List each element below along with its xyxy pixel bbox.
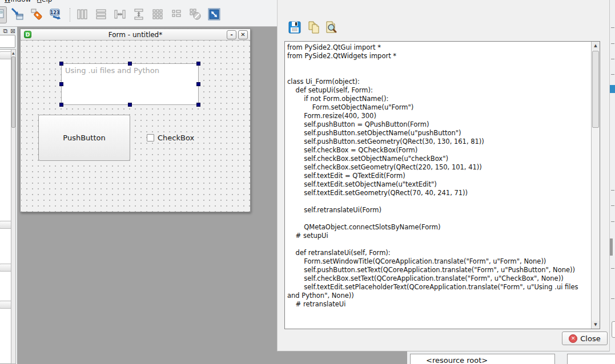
code-line: and Python", None)) xyxy=(287,292,578,300)
checkbox-indicator[interactable] xyxy=(147,134,154,141)
form-canvas[interactable]: Using .ui files and Python PushButton Ch… xyxy=(21,41,250,212)
break-layout-icon xyxy=(188,7,202,23)
panel-scrollbar-thumb[interactable] xyxy=(610,238,613,256)
code-line: def retranslateUi(self, Form): xyxy=(287,249,578,257)
code-line: self.pushButton.setText(QCoreApplication… xyxy=(287,266,578,274)
selection-handle-top-left[interactable] xyxy=(59,62,63,66)
menu-help-underline xyxy=(37,2,42,3)
tree-branch-mark xyxy=(611,298,614,299)
form-minimize-button[interactable]: - xyxy=(227,30,236,39)
code-line: def setupUi(self, Form): xyxy=(287,86,578,95)
close-button-label: Close xyxy=(580,334,600,343)
code-line: self.checkBox.setText(QCoreApplication.t… xyxy=(287,274,578,283)
code-line: from PySide2.QtWidgets import * xyxy=(287,52,578,60)
right-panel-sliver xyxy=(609,0,615,351)
toolbar-separator xyxy=(70,8,70,22)
panel-button-sliver[interactable] xyxy=(612,321,615,338)
code-scrollbar-thumb[interactable] xyxy=(592,51,599,128)
tree-branch-mark xyxy=(611,59,614,59)
layout-grid-icon xyxy=(151,7,164,23)
code-line xyxy=(287,60,578,69)
save-icon xyxy=(288,27,302,36)
selection-handle-top-center[interactable] xyxy=(128,62,132,66)
layout-form-icon xyxy=(170,7,183,23)
toolbar-button-break-layout[interactable] xyxy=(187,6,203,23)
code-line: class Ui_Form(object): xyxy=(287,78,578,86)
code-line xyxy=(287,197,578,206)
scroll-down-icon[interactable]: ▼ xyxy=(592,321,600,329)
toolbar-button-layout-vertical[interactable] xyxy=(93,6,109,23)
save-code-button[interactable] xyxy=(288,21,302,34)
form-window-title: Form - untitled* xyxy=(21,31,250,39)
toolbar-button-edit-widgets[interactable] xyxy=(0,6,7,23)
form-close-button[interactable]: ✕ xyxy=(238,30,248,39)
selected-row-sliver[interactable] xyxy=(610,85,615,93)
toolbar-button-layout-form[interactable] xyxy=(168,6,184,23)
widget-box-filter-input[interactable] xyxy=(0,35,15,48)
find-in-code-button[interactable] xyxy=(324,21,338,34)
svg-text:123: 123 xyxy=(50,10,60,15)
tree-branch-mark xyxy=(611,43,614,44)
toolbar-button-layout-horizontal[interactable] xyxy=(74,6,90,23)
menubar: Window Help xyxy=(0,0,277,4)
qt-designer-workspace: Window Help 123 xyxy=(0,0,615,364)
selection-handle-bottom-left[interactable] xyxy=(59,103,63,107)
code-line: self.pushButton.setObjectName(u"pushButt… xyxy=(287,129,578,137)
code-text: from PySide2.QtGui import *from PySide2.… xyxy=(287,43,578,309)
textedit-widget[interactable]: Using .ui files and Python xyxy=(61,63,199,105)
code-line: self.retranslateUi(Form) xyxy=(287,206,578,215)
toolbar-button-layout-vertical-splitter[interactable] xyxy=(131,6,147,23)
scroll-up-icon[interactable]: ▲ xyxy=(592,42,600,50)
widget-box-scrollbar[interactable]: ▲ xyxy=(11,49,16,364)
find-icon xyxy=(324,27,338,36)
selection-handle-top-right[interactable] xyxy=(196,62,200,66)
toolbar-button-layout-grid[interactable] xyxy=(150,6,166,23)
selection-handle-bottom-center[interactable] xyxy=(128,103,132,107)
toolbar-button-adjust-size[interactable] xyxy=(206,6,222,23)
main-toolbar: Window Help 123 xyxy=(0,0,277,27)
code-line: self.pushButton.setGeometry(QRect(30, 13… xyxy=(287,137,578,146)
view-code-dialog: from PySide2.QtGui import *from PySide2.… xyxy=(277,0,609,351)
code-scrollbar[interactable]: ▲ ▼ xyxy=(591,42,600,329)
widget-box-list[interactable] xyxy=(0,49,11,364)
tree-branch-mark xyxy=(611,190,614,191)
adjust-size-icon xyxy=(207,7,221,23)
toolbar-button-edit-buddies[interactable] xyxy=(29,6,45,23)
edit-signals-slots-icon xyxy=(10,7,24,23)
toolbar-button-edit-signals-slots[interactable] xyxy=(9,6,25,23)
code-line: Form.setWindowTitle(QCoreApplication.tra… xyxy=(287,257,578,266)
code-line: Form.resize(400, 300) xyxy=(287,112,578,120)
code-view[interactable]: from PySide2.QtGui import *from PySide2.… xyxy=(284,41,600,329)
toolbar-button-edit-tab-order[interactable]: 123 xyxy=(48,6,64,23)
resource-browser-strip: <resource root> xyxy=(407,351,615,364)
resource-tree-panel[interactable]: <resource root> xyxy=(410,354,555,364)
pushbutton-widget[interactable]: PushButton xyxy=(38,115,130,161)
code-line: self.textEdit.setPlaceholderText(QCoreAp… xyxy=(287,283,578,292)
toolbar-button-layout-horizontal-splitter[interactable] xyxy=(112,6,128,23)
code-line: # retranslateUi xyxy=(287,300,578,309)
tree-branch-mark xyxy=(611,205,614,206)
code-line xyxy=(287,69,578,78)
close-dialog-icon: ✕ xyxy=(569,334,577,343)
code-line: self.checkBox.setGeometry(QRect(220, 150… xyxy=(287,163,578,172)
code-line: # setupUi xyxy=(287,232,578,240)
resource-preview-panel[interactable] xyxy=(567,354,615,364)
resource-root-item[interactable]: <resource root> xyxy=(426,356,488,364)
code-line: self.pushButton = QPushButton(Form) xyxy=(287,120,578,129)
menu-help[interactable]: Help xyxy=(37,0,52,3)
edit-tab-order-icon: 123 xyxy=(49,7,63,23)
menu-window[interactable]: Window xyxy=(4,0,31,3)
tree-branch-mark xyxy=(611,221,614,222)
copy-code-button[interactable] xyxy=(307,21,321,34)
checkbox-widget[interactable]: CheckBox xyxy=(147,126,204,149)
close-button[interactable]: ✕ Close xyxy=(562,331,608,345)
code-line: from PySide2.QtGui import * xyxy=(287,43,578,52)
scroll-up-icon[interactable]: ▲ xyxy=(12,51,15,55)
code-line: if not Form.objectName(): xyxy=(287,95,578,103)
pushbutton-label: PushButton xyxy=(63,134,105,142)
selection-handle-middle-right[interactable] xyxy=(196,82,200,86)
widget-box-scrollbar-thumb[interactable] xyxy=(11,56,15,128)
selection-handle-bottom-right[interactable] xyxy=(196,103,200,107)
form-window-titlebar[interactable]: D Form - untitled* - ✕ xyxy=(21,29,250,41)
selection-handle-middle-left[interactable] xyxy=(59,82,63,86)
